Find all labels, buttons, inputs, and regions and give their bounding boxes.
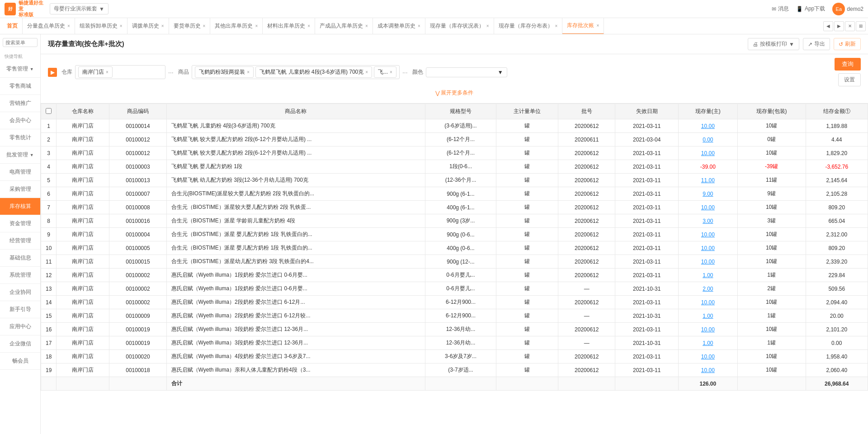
logo-area: 好 畅捷通好生意 标准版 xyxy=(5,0,45,18)
cell-code: 00100002 xyxy=(109,269,166,282)
cell-warehouse: 南岸门店 xyxy=(57,133,109,146)
tab-fenpan[interactable]: 分量盘点单历史 × xyxy=(23,18,75,34)
close-icon[interactable]: × xyxy=(555,24,558,28)
nav-prev-btn[interactable]: ◀ xyxy=(823,21,833,31)
cell-amount: 2,145.64 xyxy=(806,174,868,187)
tab-chengpinruku[interactable]: 产成品入库单历史 × xyxy=(315,18,373,34)
color-label: 颜色 xyxy=(412,68,423,76)
cell-warehouse: 南岸门店 xyxy=(57,174,109,187)
cell-spec: 12-36月幼... xyxy=(425,336,496,350)
sidebar-item-collab[interactable]: 企业协同 xyxy=(0,284,40,301)
table-header-row: 仓库名称 商品编码 商品名称 规格型号 主计量单位 批号 失效日期 现存量(主)… xyxy=(41,104,868,119)
close-icon[interactable]: × xyxy=(418,24,420,28)
tab-zuzhuang[interactable]: 组装拆卸单历史 × xyxy=(75,18,127,34)
nav-next-btn[interactable]: ▶ xyxy=(834,21,844,31)
cell-qty-pkg: 1罐 xyxy=(737,309,806,323)
sidebar-item-inventory[interactable]: 库存核算 xyxy=(0,198,40,215)
cell-unit: 罐 xyxy=(496,228,558,241)
expand-more-btn[interactable]: ⋁ 展开更多条件 xyxy=(435,89,473,97)
col-qty-main: 现存量(主) xyxy=(679,104,738,119)
tab-home[interactable]: 首页 xyxy=(2,18,23,34)
footer-label: 合计 xyxy=(166,377,425,391)
message-btn[interactable]: ✉ 消息 xyxy=(772,5,789,13)
account-dropdown[interactable]: 母婴行业演示账套 ▼ xyxy=(50,3,108,14)
goods-filter-more-dots[interactable]: ··· xyxy=(402,69,408,76)
tab-chenbenTZ[interactable]: 成本调整单历史 × xyxy=(373,18,425,34)
sidebar-item-members[interactable]: 会员中心 xyxy=(0,112,40,129)
close-icon[interactable]: × xyxy=(255,24,258,28)
cell-amount: 20.00 xyxy=(806,309,868,323)
sidebar-item-finance[interactable]: 资金管理 xyxy=(0,215,40,232)
sidebar-search-input[interactable] xyxy=(3,38,38,47)
export-button[interactable]: ↗ 导出 xyxy=(803,38,830,50)
close-icon[interactable]: × xyxy=(596,23,599,28)
app-download-btn[interactable]: 📱 App下载 xyxy=(796,5,825,13)
settings-button[interactable]: 设置 xyxy=(838,73,861,86)
tab-chuku[interactable]: 其他出库单历史 × xyxy=(210,18,263,34)
cell-spec: (3-7岁适... xyxy=(425,363,496,377)
cell-qty-main: 10.00 xyxy=(679,146,738,160)
filter-more-dots[interactable]: ··· xyxy=(168,69,174,76)
close-icon[interactable]: × xyxy=(161,24,164,28)
remove-goods-tag-2[interactable]: × xyxy=(365,70,368,75)
sidebar-item-marketing[interactable]: 营销推广 xyxy=(0,95,40,112)
close-icon[interactable]: × xyxy=(203,24,206,28)
tab-cailiaochu[interactable]: 材料出库单历史 × xyxy=(263,18,315,34)
tab-diaopo[interactable]: 调拨单历史 × xyxy=(127,18,169,34)
cell-qty-main: 10.00 xyxy=(679,323,738,336)
search-button[interactable]: 查询 xyxy=(835,58,861,71)
user-avatar[interactable]: Ea demo2 xyxy=(832,3,863,15)
color-input[interactable]: ▼ xyxy=(426,67,507,77)
cell-qty-pkg: 2罐 xyxy=(737,282,806,296)
cell-code: 00100002 xyxy=(109,282,166,296)
sidebar-item-wholesale[interactable]: 批发管理 ▼ xyxy=(0,146,40,164)
close-icon[interactable]: × xyxy=(307,24,310,28)
sidebar-item-ops[interactable]: 经营管理 xyxy=(0,232,40,250)
tab-xiancunfenbu[interactable]: 现存量（库存分布表） × xyxy=(494,18,563,34)
cell-qty-main: 10.00 xyxy=(679,241,738,255)
page-header: 现存量查询(按仓库+批次) 🖨 按模板打印 ▼ ↗ 导出 ↺ 刷新 xyxy=(41,34,868,54)
nav-expand-btn[interactable]: ⊞ xyxy=(856,21,866,31)
tab-xiancunzhuangtai[interactable]: 现存量（库存状况表） × xyxy=(425,18,494,34)
sidebar-item-wechat[interactable]: 企业微信 xyxy=(0,335,40,353)
sidebar-item-base[interactable]: 基础信息 xyxy=(0,250,40,267)
sidebar-item-system[interactable]: 系统管理 xyxy=(0,267,40,284)
remove-warehouse-tag[interactable]: × xyxy=(106,70,108,75)
print-button[interactable]: 🖨 按模板打印 ▼ xyxy=(748,38,799,50)
tab-yaohuo[interactable]: 要货单历史 × xyxy=(169,18,211,34)
close-icon[interactable]: × xyxy=(365,24,368,28)
goods-tags-wrap[interactable]: 飞鹤奶粉3段两提装 × 飞鹤星飞帆 儿童奶粉 4段(3-6岁适用) 700克 ×… xyxy=(192,65,400,79)
cell-qty-main: 10.00 xyxy=(679,201,738,214)
tab-kucunpici[interactable]: 库存批次账 × xyxy=(562,18,604,34)
sidebar-item-purchase[interactable]: 采购管理 xyxy=(0,181,40,198)
sidebar-item-appstore[interactable]: 应用中心 xyxy=(0,318,40,335)
sidebar-item-stats[interactable]: 零售统计 xyxy=(0,129,40,146)
remove-goods-tag-3[interactable]: × xyxy=(390,70,392,75)
filter-expand-btn[interactable]: ▶ xyxy=(48,68,57,77)
cell-amount: 1,189.88 xyxy=(806,119,868,133)
col-qty-pkg: 现存量(包装) xyxy=(737,104,806,119)
close-icon[interactable]: × xyxy=(486,24,489,28)
warehouse-tags-wrap[interactable]: 南岸门店 × xyxy=(75,65,165,79)
remove-goods-tag-1[interactable]: × xyxy=(247,70,250,75)
close-icon[interactable]: × xyxy=(120,24,123,28)
close-icon[interactable]: × xyxy=(67,24,70,28)
sidebar-item-guide[interactable]: 新手引导 xyxy=(0,301,40,318)
col-spec: 规格型号 xyxy=(425,104,496,119)
cell-warehouse: 南岸门店 xyxy=(57,269,109,282)
goods-label: 商品 xyxy=(178,68,189,76)
sidebar-item-member2[interactable]: 畅会员 xyxy=(0,353,40,370)
table-row: 18 南岸门店 00100020 惠氏启赋（Wyeth illuma）4段奶粉 … xyxy=(41,350,868,363)
cell-batch: — xyxy=(558,309,615,323)
refresh-button[interactable]: ↺ 刷新 xyxy=(834,38,861,50)
table-row: 11 南岸门店 00100015 合生元（BIOSTIME）派星幼儿配方奶粉 3… xyxy=(41,255,868,269)
sidebar-item-mall[interactable]: 零售商城 xyxy=(0,78,40,95)
cell-warehouse: 南岸门店 xyxy=(57,363,109,377)
sidebar-item-retail[interactable]: 零售管理 ▼ xyxy=(0,61,40,78)
select-all-checkbox[interactable] xyxy=(46,108,52,114)
table-row: 5 南岸门店 00100013 飞鹤星飞帆 幼儿配方奶粉 3段(12-36个月幼… xyxy=(41,174,868,187)
nav-close-btn[interactable]: ✕ xyxy=(845,21,855,31)
chevron-down-icon: ▼ xyxy=(498,69,503,75)
sidebar-item-ecom[interactable]: 电商管理 xyxy=(0,164,40,181)
cell-amount: 1,829.20 xyxy=(806,146,868,160)
